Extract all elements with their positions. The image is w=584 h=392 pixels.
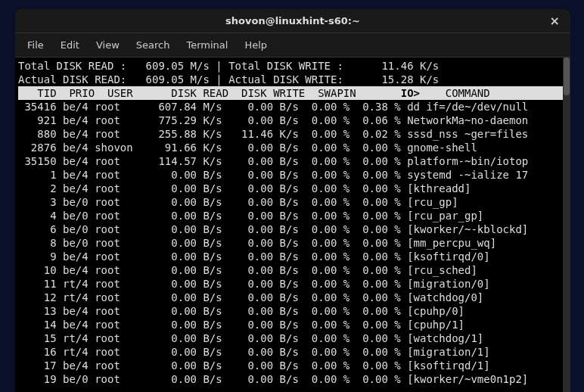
process-row: 35416 be/4 root 607.84 M/s 0.00 B/s 0.00… (18, 100, 567, 114)
process-row: 921 be/4 root 775.29 K/s 0.00 B/s 0.00 %… (18, 114, 567, 127)
process-row: 2876 be/4 shovon 91.66 K/s 0.00 B/s 0.00… (18, 141, 567, 154)
menu-file[interactable]: File (20, 36, 51, 54)
process-row: 9 be/4 root 0.00 B/s 0.00 B/s 0.00 % 0.0… (18, 250, 567, 263)
process-row: 35150 be/4 root 114.57 K/s 0.00 B/s 0.00… (18, 154, 567, 168)
close-icon[interactable]: × (545, 14, 564, 29)
terminal-output[interactable]: Total DISK READ : 609.05 M/s | Total DIS… (15, 58, 570, 392)
process-row: 16 rt/4 root 0.00 B/s 0.00 B/s 0.00 % 0.… (18, 345, 567, 359)
process-row: 11 rt/4 root 0.00 B/s 0.00 B/s 0.00 % 0.… (18, 277, 567, 291)
menubar: File Edit View Search Terminal Help (15, 33, 570, 58)
menu-help[interactable]: Help (237, 36, 275, 54)
summary-line-2: Actual DISK READ: 609.05 M/s | Actual DI… (18, 73, 567, 86)
process-row: 14 be/4 root 0.00 B/s 0.00 B/s 0.00 % 0.… (18, 318, 567, 331)
menu-terminal[interactable]: Terminal (179, 36, 235, 54)
titlebar[interactable]: shovon@linuxhint-s60:~ × (15, 9, 570, 33)
process-row: 2 be/4 root 0.00 B/s 0.00 B/s 0.00 % 0.0… (18, 182, 567, 195)
process-row: 4 be/0 root 0.00 B/s 0.00 B/s 0.00 % 0.0… (18, 209, 567, 222)
scrollbar-thumb[interactable] (564, 58, 570, 95)
process-row: 17 be/4 root 0.00 B/s 0.00 B/s 0.00 % 0.… (18, 359, 567, 372)
terminal-window: shovon@linuxhint-s60:~ × File Edit View … (15, 9, 570, 392)
process-row: 10 be/4 root 0.00 B/s 0.00 B/s 0.00 % 0.… (18, 263, 567, 277)
window-title: shovon@linuxhint-s60:~ (225, 15, 360, 26)
process-row: 1 be/4 root 0.00 B/s 0.00 B/s 0.00 % 0.0… (18, 168, 567, 182)
process-row: 15 rt/4 root 0.00 B/s 0.00 B/s 0.00 % 0.… (18, 331, 567, 345)
column-header[interactable]: TID PRIO USER DISK READ DISK WRITE SWAPI… (18, 86, 567, 100)
process-row: 6 be/0 root 0.00 B/s 0.00 B/s 0.00 % 0.0… (18, 222, 567, 236)
menu-view[interactable]: View (89, 36, 127, 54)
menu-edit[interactable]: Edit (53, 36, 87, 54)
process-row: 8 be/0 root 0.00 B/s 0.00 B/s 0.00 % 0.0… (18, 236, 567, 250)
scrollbar[interactable] (563, 58, 570, 392)
process-row: 3 be/0 root 0.00 B/s 0.00 B/s 0.00 % 0.0… (18, 195, 567, 209)
process-row: 19 be/0 root 0.00 B/s 0.00 B/s 0.00 % 0.… (18, 372, 567, 386)
menu-search[interactable]: Search (129, 36, 178, 54)
process-row: 880 be/4 root 255.88 K/s 11.46 K/s 0.00 … (18, 127, 567, 141)
process-row: 13 be/4 root 0.00 B/s 0.00 B/s 0.00 % 0.… (18, 304, 567, 318)
process-row: 12 rt/4 root 0.00 B/s 0.00 B/s 0.00 % 0.… (18, 291, 567, 304)
summary-line-1: Total DISK READ : 609.05 M/s | Total DIS… (18, 59, 567, 73)
